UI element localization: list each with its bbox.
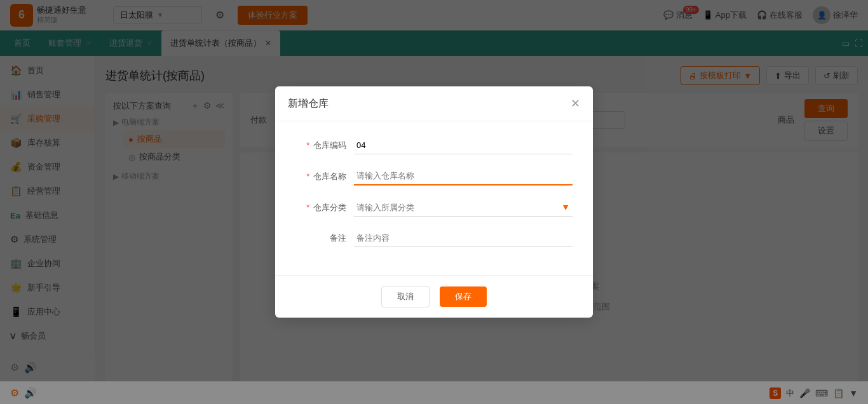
form-row-code: * 仓库编码 — [295, 137, 573, 154]
save-button[interactable]: 保存 — [440, 286, 487, 307]
modal-footer: 取消 保存 — [275, 275, 593, 318]
modal-close-button[interactable]: ✕ — [571, 97, 580, 111]
cancel-button[interactable]: 取消 — [381, 286, 430, 307]
category-dropdown-icon: ▼ — [561, 202, 570, 212]
form-row-remark: 备注 — [295, 229, 573, 247]
modal-overlay: 新增仓库 ✕ * 仓库编码 * 仓库名称 — [0, 0, 868, 404]
add-warehouse-modal: 新增仓库 ✕ * 仓库编码 * 仓库名称 — [275, 86, 593, 318]
name-input[interactable] — [354, 167, 573, 185]
name-label: * 仓库名称 — [295, 171, 346, 182]
category-input[interactable] — [356, 203, 561, 212]
form-row-category: * 仓库分类 ▼ — [295, 198, 573, 217]
modal-header: 新增仓库 ✕ — [275, 86, 593, 121]
category-select[interactable]: ▼ — [354, 198, 573, 217]
modal-body: * 仓库编码 * 仓库名称 * 仓库分类 — [275, 121, 593, 275]
modal-title: 新增仓库 — [288, 97, 329, 111]
form-row-name: * 仓库名称 — [295, 167, 573, 185]
remark-label: 备注 — [295, 232, 346, 244]
remark-input[interactable] — [354, 229, 573, 247]
code-label: * 仓库编码 — [295, 140, 346, 151]
category-label: * 仓库分类 — [295, 202, 346, 213]
code-input[interactable] — [354, 137, 573, 154]
